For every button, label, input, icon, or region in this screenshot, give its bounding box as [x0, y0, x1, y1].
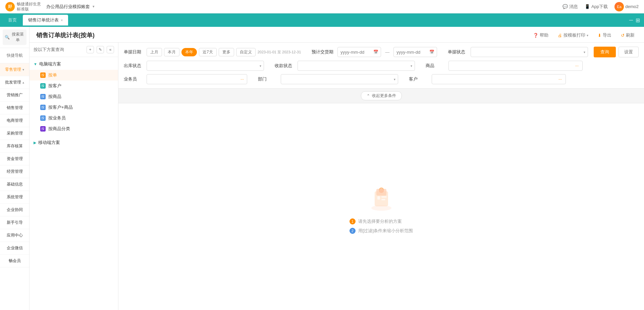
expected-date-label: 预计交货期: [312, 49, 333, 55]
salesman-input[interactable]: [147, 74, 247, 84]
last7-btn[interactable]: 近7天: [199, 48, 217, 56]
message-btn[interactable]: 💬 消息: [562, 4, 578, 10]
sidebar-item-app-center[interactable]: 应用中心: [0, 229, 29, 242]
print-btn[interactable]: 🖨 按模板打印 ▾: [555, 31, 591, 40]
collapse-more-btn[interactable]: ⌃ 收起更多条件: [361, 91, 402, 100]
sidebar-item-system[interactable]: 系统管理: [0, 191, 29, 204]
tree-expand-icon: ▼: [34, 62, 37, 66]
tab-active[interactable]: 销售订单统计表 ×: [23, 15, 68, 25]
sidebar-item-finance[interactable]: 资金管理: [0, 153, 29, 165]
tree-parent-pc[interactable]: ▼ 电脑端方案: [30, 58, 118, 70]
search-menu-btn[interactable]: 🔍 搜索菜单: [3, 30, 26, 45]
tree-item-by-order[interactable]: 按 按单: [30, 70, 118, 81]
tab-minimize-btn[interactable]: ─: [629, 17, 633, 23]
order-status-select[interactable]: [471, 47, 588, 57]
content-area: 销售订单统计表(按单) ❓ 帮助 🖨 按模板打印 ▾ ⬇ 导出 ↺ 刷新: [30, 27, 644, 310]
sidebar-item-ecommerce[interactable]: 电商管理: [0, 114, 29, 127]
tip-num-1: 1: [350, 218, 356, 224]
tab-bar: 首页 销售订单统计表 × ─ ⊞: [0, 13, 644, 27]
this-year-btn[interactable]: 本年: [181, 48, 197, 56]
sidebar-item-enterprise[interactable]: 企业协同: [0, 204, 29, 216]
left-panel: 按以下方案查询 + ✎ « ▼ 电脑端方案: [30, 43, 118, 310]
empty-tips: 1 请先选择要分析的方案 2 用[过滤]条件来缩小分析范围: [350, 218, 413, 234]
workspace-dropdown[interactable]: ▾: [93, 4, 95, 9]
left-panel-header: 按以下方案查询 + ✎ «: [30, 43, 118, 57]
this-month-btn[interactable]: 本月: [164, 48, 179, 56]
receipt-status-select[interactable]: [298, 61, 415, 71]
svg-rect-5: [381, 196, 387, 198]
help-btn[interactable]: ❓ 帮助: [530, 31, 551, 40]
query-btn[interactable]: 查询: [594, 47, 616, 57]
receipt-status-wrap: ▾: [298, 61, 415, 71]
customer-input[interactable]: [432, 74, 566, 84]
sidebar-item-sales[interactable]: 销售管理: [0, 102, 29, 114]
quick-nav-link[interactable]: 快捷导航: [3, 51, 26, 60]
tab-home[interactable]: 首页: [3, 15, 22, 25]
custom-date-btn[interactable]: 自定义: [236, 48, 256, 56]
sidebar-item-basic[interactable]: 基础信息: [0, 178, 29, 191]
scheme-icon-by-salesman: 按: [40, 115, 46, 121]
message-icon: 💬: [562, 4, 568, 9]
filter-row-3: 业务员 ··· 部门 ▾ 客户: [124, 74, 639, 84]
settings-btn[interactable]: 设置: [619, 47, 639, 57]
tree-item-by-customer[interactable]: 按 按客户: [30, 81, 118, 91]
dept-select[interactable]: [281, 74, 398, 84]
collapse-icon: «: [109, 47, 112, 52]
top-bar: 好 畅捷通好生意 标准版 办公用品行业模拟账套 ▾ 💬 消息 📱 App下载 E…: [0, 0, 644, 13]
add-scheme-btn[interactable]: +: [87, 46, 94, 53]
edit-icon: ✎: [99, 47, 102, 52]
sidebar-item-retail[interactable]: 零售管理 ▾: [0, 63, 29, 76]
left-panel-tools: + ✎ «: [87, 46, 114, 53]
tree-item-by-goods[interactable]: 按 按商品: [30, 91, 118, 102]
goods-input[interactable]: [448, 61, 583, 71]
customer-input-wrap: ···: [432, 74, 639, 84]
page-header-actions: ❓ 帮助 🖨 按模板打印 ▾ ⬇ 导出 ↺ 刷新: [530, 31, 637, 40]
goods-more-btn[interactable]: ···: [574, 63, 580, 68]
last-month-btn[interactable]: 上月: [147, 48, 162, 56]
print-dropdown-icon: ▾: [587, 34, 588, 37]
sidebar-item-wechat[interactable]: 企业微信: [0, 242, 29, 255]
collapse-panel-btn[interactable]: «: [107, 46, 114, 53]
sidebar-item-marketing[interactable]: 营销推广: [0, 89, 29, 102]
tree-item-by-customer-goods[interactable]: 按 按客户+商品: [30, 102, 118, 113]
more-date-btn[interactable]: 更多: [219, 48, 234, 56]
customer-more-btn[interactable]: ···: [557, 77, 563, 82]
filter-row-2: 出库状态 ▾ 收款状态 ▾: [124, 61, 639, 71]
sidebar-item-operations[interactable]: 经营管理: [0, 165, 29, 178]
tree-item-by-category[interactable]: 按 按商品分类: [30, 123, 118, 134]
order-status-select-wrap: ▾: [471, 47, 588, 57]
sidebar-item-inventory[interactable]: 库存核算: [0, 140, 29, 153]
ship-status-select[interactable]: [147, 61, 264, 71]
refresh-icon: ↺: [621, 33, 625, 38]
scheme-icon-by-order: 按: [40, 72, 46, 78]
dept-label: 部门: [258, 76, 277, 82]
sidebar-item-newbie[interactable]: 新手引导: [0, 216, 29, 229]
edit-scheme-btn[interactable]: ✎: [97, 46, 104, 53]
sidebar-item-member[interactable]: 畅会员: [0, 255, 29, 267]
sidebar: 🔍 搜索菜单 快捷导航 零售管理 ▾ 批发管理 ▴ 营销推广 销售管理 电商管理…: [0, 27, 30, 310]
collapse-bar: ⌃ 收起更多条件: [118, 89, 644, 103]
sidebar-item-purchase[interactable]: 采购管理: [0, 127, 29, 140]
tab-maximize-btn[interactable]: ⊞: [636, 17, 640, 23]
top-bar-left: 好 畅捷通好生意 标准版 办公用品行业模拟账套 ▾: [5, 2, 95, 11]
receipt-status-label: 收款状态: [275, 63, 293, 69]
tab-close-icon[interactable]: ×: [61, 18, 63, 22]
tree-parent-mobile[interactable]: ▶ 移动端方案: [30, 137, 118, 148]
export-btn[interactable]: ⬇ 导出: [595, 31, 614, 40]
print-icon: 🖨: [558, 33, 562, 38]
customer-label: 客户: [409, 76, 428, 82]
salesman-more-btn[interactable]: ···: [239, 77, 245, 82]
left-panel-title: 按以下方案查询: [34, 47, 64, 53]
workspace-title: 办公用品行业模拟账套: [46, 4, 90, 10]
calendar-from-icon: 📅: [373, 50, 378, 54]
expected-date-to-wrap: 📅: [393, 47, 437, 57]
refresh-btn[interactable]: ↺ 刷新: [618, 31, 637, 40]
user-avatar-btn[interactable]: Ea demo2: [614, 2, 639, 11]
app-download-btn[interactable]: 📱 App下载: [585, 4, 608, 10]
sidebar-item-wholesale[interactable]: 批发管理 ▴: [0, 76, 29, 89]
date-separator: —: [385, 50, 389, 55]
search-icon: 🔍: [5, 35, 10, 40]
tree-item-by-salesman[interactable]: 按 按业务员: [30, 113, 118, 123]
logo-icon: 好: [5, 2, 15, 11]
tree-collapse-icon: ▶: [34, 141, 36, 145]
